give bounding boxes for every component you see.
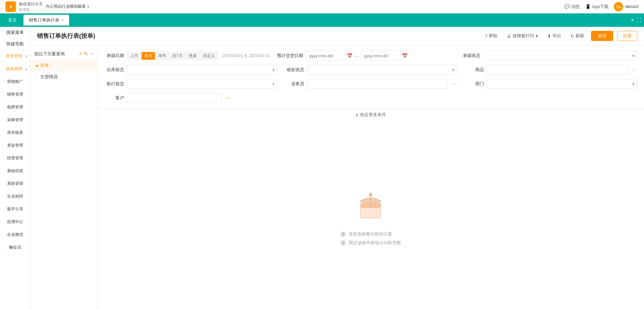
download-icon: 📱 xyxy=(585,4,591,9)
svg-point-7 xyxy=(375,211,376,213)
svg-point-6 xyxy=(365,209,366,210)
sidebar-item-system[interactable]: 系统管理 xyxy=(0,177,30,190)
collapse-icon: ∧ xyxy=(355,112,359,117)
tip-num-1: 1 xyxy=(340,231,346,237)
sidebar-item-inventory[interactable]: 库存核算 xyxy=(0,126,30,139)
scheme-inactive-icon: ○ xyxy=(36,74,38,80)
message-button[interactable]: 💬 消息 xyxy=(565,4,580,10)
export-button[interactable]: ⬇ 导出 xyxy=(545,32,564,40)
filter-row-customer: 客户 ··· xyxy=(104,93,637,103)
top-bar: 好 畅捷通好生意 标准版 办公用品行业模拟账套 ▾ 💬 消息 📱 App下载 E… xyxy=(0,0,644,13)
chevron-down-icon: ▾ xyxy=(25,54,27,58)
left-panel-title: 按以下方案查询 xyxy=(34,51,65,57)
left-panel-icons: + ✎ « xyxy=(79,51,93,57)
logo-icon: 好 xyxy=(5,1,16,12)
user-area[interactable]: Ea demo2 xyxy=(614,2,639,11)
app-download-button[interactable]: 📱 App下载 xyxy=(585,4,608,10)
empty-tip-1: 1 请先选择要分析的方案 xyxy=(340,231,401,237)
chevron-up-icon: ▴ xyxy=(25,67,27,71)
sidebar-item-collab[interactable]: 企业协同 xyxy=(0,190,30,203)
salesperson-input[interactable] xyxy=(307,79,447,89)
customer-input[interactable] xyxy=(127,93,222,103)
add-scheme-icon[interactable]: + xyxy=(79,51,82,57)
sidebar-item-marketing[interactable]: 营销推广 xyxy=(0,75,30,88)
brand-name: 畅捷通好生意 xyxy=(19,1,43,7)
predicted-date-start[interactable] xyxy=(306,51,346,61)
sidebar-item-retail[interactable]: 零售管理 ▾ xyxy=(0,50,30,63)
date-btn-last-month[interactable]: 上月 xyxy=(127,52,141,60)
refresh-button[interactable]: ↻ 刷新 xyxy=(568,32,587,40)
sidebar-item-finance[interactable]: 资金管理 xyxy=(0,139,30,152)
help-icon: ? xyxy=(485,34,487,39)
calendar-start-icon[interactable]: 📅 xyxy=(347,53,353,58)
ship-status-select[interactable] xyxy=(127,65,277,75)
tab-close-icon[interactable]: × xyxy=(61,18,64,22)
sidebar-search[interactable]: 搜索菜单 xyxy=(0,27,30,38)
sidebar-item-purchase[interactable]: 采购管理 xyxy=(0,114,30,126)
filter-group-doc-date: 单据日期 上月 本月 本年 近7天 更多 自定义 2023-03-01 至 20… xyxy=(104,51,270,60)
sidebar-item-ecommerce[interactable]: 电商管理 xyxy=(0,101,30,114)
filter-ship-status-label: 出库状态 xyxy=(104,67,124,73)
collapse-more-bar[interactable]: ∧ 收起更多条件 xyxy=(97,109,644,120)
calendar-end-icon[interactable]: 📅 xyxy=(402,53,408,58)
sidebar-item-new-user[interactable]: 新手引导 xyxy=(0,203,30,216)
collect-status-select[interactable] xyxy=(307,65,458,75)
date-btn-custom[interactable]: 自定义 xyxy=(200,52,218,60)
filter-product-label: 商品 xyxy=(464,67,484,73)
sidebar-item-basic-info[interactable]: 基础信息 xyxy=(0,165,30,177)
dept-select[interactable] xyxy=(487,79,637,89)
sidebar-item-vip[interactable]: 畅会员 xyxy=(0,241,30,254)
edit-scheme-icon[interactable]: ✎ xyxy=(84,51,88,57)
date-btn-more[interactable]: 更多 xyxy=(186,52,200,60)
filter-group-collect-status: 收款状态 xyxy=(284,65,458,75)
left-panel-header: 按以下方案查询 + ✎ « xyxy=(30,49,97,60)
print-chevron-icon: ▾ xyxy=(536,34,538,39)
product-more-icon[interactable]: ··· xyxy=(630,67,637,73)
tab-sales-order-exec[interactable]: 销售订单执行表 × xyxy=(23,15,69,25)
tab-home[interactable]: 首页 xyxy=(3,15,22,25)
exec-status-select[interactable] xyxy=(127,79,277,89)
exec-status-select-wrapper xyxy=(127,79,277,89)
product-input[interactable] xyxy=(487,65,627,75)
scheme-item-backorder[interactable]: ○ 欠货情况 xyxy=(30,71,97,83)
customer-more-icon[interactable]: ··· xyxy=(224,95,231,101)
filter-exec-status-label: 执行状态 xyxy=(104,81,124,87)
date-btn-this-year[interactable]: 本年 xyxy=(156,52,169,60)
date-btn-this-month[interactable]: 本月 xyxy=(142,52,155,60)
top-bar-right: 💬 消息 📱 App下载 Ea demo2 xyxy=(565,2,639,11)
filter-dept-label: 部门 xyxy=(464,81,484,87)
query-button[interactable]: 查询 xyxy=(591,31,613,41)
date-btn-7days[interactable]: 近7天 xyxy=(170,52,185,60)
app-title[interactable]: 办公用品行业模拟账套 ▾ xyxy=(46,4,89,9)
settings-button[interactable]: 设置 xyxy=(617,31,637,41)
filter-collect-status-label: 收款状态 xyxy=(284,67,304,73)
help-button[interactable]: ? 帮助 xyxy=(482,32,500,40)
sidebar-quick-nav[interactable]: 快捷导航 xyxy=(0,38,30,50)
export-icon: ⬇ xyxy=(547,34,551,39)
salesperson-more-icon[interactable]: ··· xyxy=(450,81,457,87)
refresh-icon: ↻ xyxy=(571,34,574,39)
doc-status-select[interactable] xyxy=(483,51,637,61)
sidebar-item-sales[interactable]: 销售管理 xyxy=(0,88,30,101)
window-maximize-button[interactable]: ⛶ xyxy=(637,18,641,22)
print-icon: 🖨 xyxy=(507,34,511,39)
empty-state: 1 请先选择要分析的方案 2 用过滤条件来缩小分析范围 xyxy=(97,120,644,310)
predicted-date-end[interactable] xyxy=(361,51,401,61)
print-button[interactable]: 🖨 按模板打印 ▾ xyxy=(504,32,541,40)
sidebar-item-operations[interactable]: 经营管理 xyxy=(0,152,30,165)
date-quick-btns: 上月 本月 本年 近7天 更多 自定义 xyxy=(127,51,218,60)
collect-status-select-wrapper xyxy=(307,65,458,75)
collapse-left-panel-icon[interactable]: « xyxy=(90,51,93,57)
filter-group-ship-status: 出库状态 xyxy=(104,65,277,75)
empty-state-tips: 1 请先选择要分析的方案 2 用过滤条件来缩小分析范围 xyxy=(340,231,401,246)
content-area: 销售订单执行表(按单) ? 帮助 🖨 按模板打印 ▾ ⬇ 导出 ↻ 刷新 xyxy=(30,27,644,310)
scheme-item-by-order[interactable]: ● 按单 xyxy=(30,60,97,71)
sidebar-item-app-center[interactable]: 应用中心 xyxy=(0,216,30,228)
doc-status-select-wrapper xyxy=(483,51,637,61)
left-panel: 按以下方案查询 + ✎ « ● 按单 ○ 欠货情况 xyxy=(30,45,97,310)
filter-group-predicted-date: 预计交货日期 📅 — 📅 xyxy=(276,51,453,61)
sidebar-item-wholesale[interactable]: 批发管理 ▴ xyxy=(0,63,30,75)
sidebar-item-wechat[interactable]: 企业微信 xyxy=(0,228,30,241)
window-close-button[interactable]: × xyxy=(631,17,634,23)
filter-row-date: 单据日期 上月 本月 本年 近7天 更多 自定义 2023-03-01 至 20… xyxy=(104,51,637,61)
